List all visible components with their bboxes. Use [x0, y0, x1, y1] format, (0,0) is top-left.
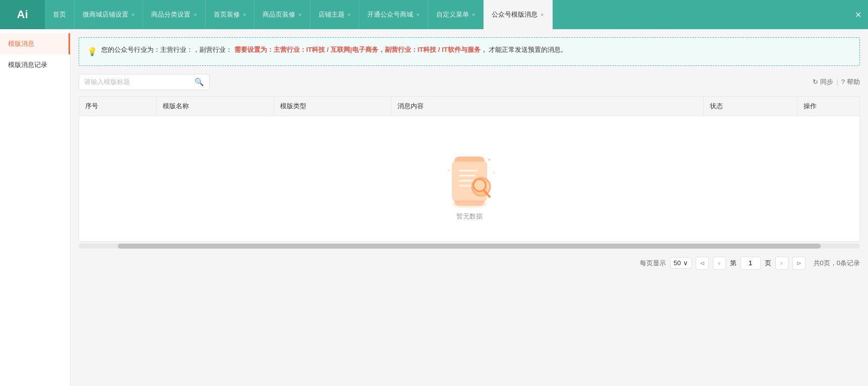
- first-page-button[interactable]: ⊲: [696, 257, 709, 270]
- notice-text: 您的公众号行业为：主营行业：，副营行业： 需要设置为：主营行业：IT科技 / 互…: [101, 45, 567, 55]
- tab-label-home-decoration: 首页装修: [214, 10, 240, 19]
- tab-label-open-mp-shop: 开通公众号商城: [367, 10, 413, 19]
- tab-label-custom-menu: 自定义菜单: [436, 10, 469, 19]
- logo-text: Ai: [17, 8, 28, 21]
- tab-close-open-mp-shop[interactable]: ×: [416, 12, 419, 18]
- scrollbar-thumb[interactable]: [118, 244, 821, 249]
- col-header-index: 序号: [79, 96, 157, 116]
- data-table: 序号模版名称模版类型消息内容状态操作: [79, 96, 860, 242]
- col-header-name: 模版名称: [157, 96, 274, 116]
- help-label: 帮助: [847, 78, 860, 87]
- tab-label-mp-template-msg: 公众号模版消息: [492, 10, 538, 19]
- nav-tab-shop-settings[interactable]: 微商城店铺设置×: [75, 0, 143, 29]
- page-label-before: 第: [730, 259, 737, 268]
- search-input[interactable]: [84, 78, 191, 86]
- total-info: 共0页，0条记录: [814, 259, 860, 268]
- col-header-content: 消息内容: [391, 96, 704, 116]
- toolbar-right: ↻ 同步 | ? 帮助: [813, 78, 860, 87]
- tab-label-shop-theme: 店铺主题: [318, 10, 345, 19]
- main-layout: 模版消息模版消息记录 💡 您的公众号行业为：主营行业：，副营行业： 需要设置为：…: [0, 29, 868, 386]
- next-page-button[interactable]: ›: [775, 257, 788, 270]
- col-header-type: 模版类型: [274, 96, 391, 116]
- horizontal-scrollbar[interactable]: [79, 244, 860, 249]
- empty-illustration: ✦ ✦ ✦: [437, 146, 502, 212]
- page-size-select[interactable]: 50 ∨: [670, 257, 691, 269]
- sync-label: 同步: [820, 78, 833, 87]
- table-body: ✦ ✦ ✦ 暂无数据: [79, 116, 860, 241]
- table-empty-row: ✦ ✦ ✦ 暂无数据: [79, 116, 860, 241]
- help-button[interactable]: ? 帮助: [841, 78, 860, 87]
- nav-tab-product-decoration[interactable]: 商品页装修×: [254, 0, 310, 29]
- svg-point-6: [474, 179, 486, 191]
- search-input-wrap[interactable]: 🔍: [79, 74, 210, 90]
- search-bar: 🔍 ↻ 同步 | ? 帮助: [79, 74, 860, 90]
- current-page-input[interactable]: [741, 257, 761, 270]
- tab-close-shop-settings[interactable]: ×: [131, 12, 135, 18]
- nav-tab-custom-menu[interactable]: 自定义菜单×: [428, 0, 484, 29]
- page-label-after: 页: [765, 259, 771, 268]
- svg-text:✦: ✦: [492, 171, 496, 175]
- notice-prefix: 您的公众号行业为：主营行业：，副营行业：: [101, 46, 232, 53]
- nav-tab-open-mp-shop[interactable]: 开通公众号商城×: [359, 0, 428, 29]
- col-header-action: 操作: [797, 96, 860, 116]
- tab-close-mp-template-msg[interactable]: ×: [541, 12, 544, 18]
- col-header-status: 状态: [704, 96, 797, 116]
- search-icon[interactable]: 🔍: [194, 78, 204, 87]
- tab-label-category-settings: 商品分类设置: [151, 10, 190, 19]
- nav-tab-category-settings[interactable]: 商品分类设置×: [143, 0, 205, 29]
- prev-page-button[interactable]: ‹: [713, 257, 726, 270]
- pagination-bar: 每页显示 50 ∨ ⊲ ‹ 第 页 › ⊳ 共0页，0条记录: [79, 253, 860, 274]
- main-content: 💡 您的公众号行业为：主营行业：，副营行业： 需要设置为：主营行业：IT科技 /…: [71, 29, 868, 386]
- nav-tab-mp-template-msg[interactable]: 公众号模版消息×: [484, 0, 552, 29]
- sidebar-item-template-msg-log[interactable]: 模版消息记录: [0, 54, 70, 75]
- tab-close-home-decoration[interactable]: ×: [243, 12, 246, 18]
- notice-highlight: 需要设置为：主营行业：IT科技 / 互联网|电子商务，副营行业：IT科技 / I…: [234, 46, 487, 53]
- page-size-value: 50: [674, 259, 681, 267]
- sidebar-item-template-msg[interactable]: 模版消息: [0, 33, 70, 54]
- last-page-button[interactable]: ⊳: [792, 257, 806, 270]
- tab-close-custom-menu[interactable]: ×: [472, 12, 475, 18]
- nav-tabs-container: 首页微商城店铺设置×商品分类设置×首页装修×商品页装修×店铺主题×开通公众号商城…: [45, 0, 848, 29]
- sidebar: 模版消息模版消息记录: [0, 29, 71, 386]
- tab-label-product-decoration: 商品页装修: [262, 10, 295, 19]
- table-header: 序号模版名称模版类型消息内容状态操作: [79, 96, 860, 116]
- tab-close-shop-theme[interactable]: ×: [348, 12, 351, 18]
- top-navigation: Ai 首页微商城店铺设置×商品分类设置×首页装修×商品页装修×店铺主题×开通公众…: [0, 0, 868, 29]
- help-icon: ?: [841, 78, 845, 86]
- svg-text:✦: ✦: [447, 168, 450, 173]
- sync-button[interactable]: ↻ 同步: [813, 78, 833, 87]
- nav-tab-home[interactable]: 首页: [45, 0, 75, 29]
- tab-label-home: 首页: [53, 10, 66, 19]
- sync-icon: ↻: [813, 78, 818, 86]
- tab-label-shop-settings: 微商城店铺设置: [83, 10, 128, 19]
- empty-state: ✦ ✦ ✦ 暂无数据: [79, 116, 859, 241]
- bulb-icon: 💡: [87, 45, 97, 58]
- notice-banner: 💡 您的公众号行业为：主营行业：，副营行业： 需要设置为：主营行业：IT科技 /…: [79, 37, 860, 66]
- app-logo: Ai: [0, 0, 45, 29]
- page-size-label: 每页显示: [640, 259, 666, 268]
- tab-close-category-settings[interactable]: ×: [193, 12, 196, 18]
- empty-text: 暂无数据: [456, 212, 483, 221]
- chevron-down-icon: ∨: [683, 259, 688, 267]
- close-all-button[interactable]: ✕: [848, 0, 868, 29]
- svg-text:✦: ✦: [487, 157, 491, 163]
- notice-suffix: 才能正常发送预置的消息。: [489, 46, 567, 53]
- nav-tab-shop-theme[interactable]: 店铺主题×: [310, 0, 359, 29]
- table-header-row: 序号模版名称模版类型消息内容状态操作: [79, 96, 860, 116]
- nav-tab-home-decoration[interactable]: 首页装修×: [206, 0, 254, 29]
- tab-close-product-decoration[interactable]: ×: [298, 12, 301, 18]
- toolbar-divider: |: [836, 78, 838, 86]
